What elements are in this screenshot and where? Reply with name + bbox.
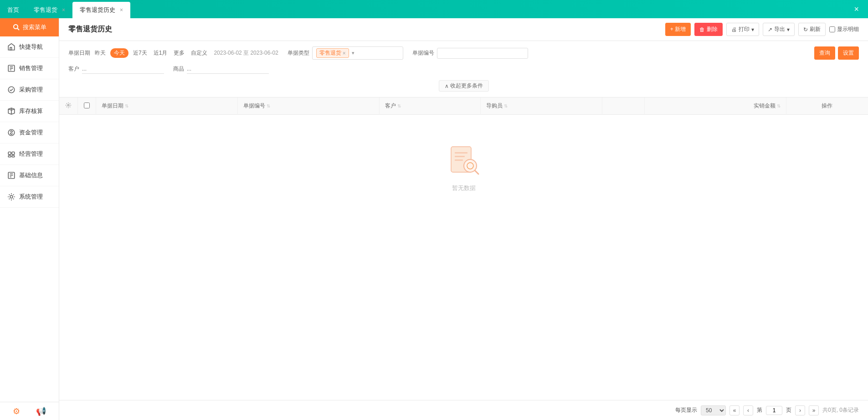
sidebar-bottom: ⚙ 📢 bbox=[0, 402, 59, 420]
sidebar-item-system-mgmt-label: 系统管理 bbox=[19, 193, 43, 201]
home-icon bbox=[7, 43, 15, 51]
page-header: 零售退货历史 + 新增 🗑 删除 🖨 打印 ▾ ↗ 导出 ▾ bbox=[59, 18, 868, 41]
date-btn-custom[interactable]: 自定义 bbox=[189, 48, 209, 58]
export-button[interactable]: ↗ 导出 ▾ bbox=[763, 23, 795, 36]
window-close-button[interactable]: × bbox=[854, 5, 868, 14]
table-body: 暂无数据 bbox=[59, 115, 868, 220]
main-layout: 搜索菜单 快捷导航 销售管理 bbox=[0, 18, 868, 420]
tab-bar: 首页 零售退货 × 零售退货历史 × bbox=[0, 0, 854, 18]
sidebar-item-basic-info[interactable]: 基础信息 bbox=[0, 165, 59, 186]
page-label: 第 bbox=[757, 406, 762, 414]
speaker-bottom-icon[interactable]: 📢 bbox=[36, 406, 46, 416]
settings-filter-button[interactable]: 设置 bbox=[838, 46, 859, 60]
th-customer[interactable]: 客户 ⇅ bbox=[379, 97, 480, 115]
th-spacer bbox=[602, 97, 644, 115]
prev-page-button[interactable]: ‹ bbox=[743, 405, 753, 415]
sidebar-item-finance-label: 资金管理 bbox=[19, 128, 43, 137]
system-mgmt-icon bbox=[7, 193, 15, 201]
tab-retail-return-history-close[interactable]: × bbox=[120, 7, 123, 13]
date-btn-more[interactable]: 更多 bbox=[172, 48, 186, 58]
tab-retail-return-history[interactable]: 零售退货历史 × bbox=[72, 2, 130, 18]
svg-rect-9 bbox=[8, 152, 11, 155]
goods-input[interactable] bbox=[187, 64, 269, 74]
date-btn-yesterday[interactable]: 昨天 bbox=[93, 48, 108, 58]
tab-home[interactable]: 首页 bbox=[0, 2, 26, 18]
delete-button[interactable]: 🗑 删除 bbox=[694, 23, 723, 36]
select-all-checkbox[interactable] bbox=[84, 102, 90, 108]
th-settings[interactable] bbox=[59, 97, 77, 115]
th-checkbox[interactable] bbox=[77, 97, 96, 115]
th-guide[interactable]: 导购员 ⇅ bbox=[481, 97, 602, 115]
print-button-label: 打印 bbox=[739, 26, 750, 33]
filter-row-1: 单据日期 昨天 今天 近7天 近1月 更多 自定义 2023-06-02 至 2… bbox=[68, 46, 859, 60]
next-page-button[interactable]: › bbox=[795, 405, 805, 415]
date-btn-1month[interactable]: 近1月 bbox=[152, 48, 169, 58]
svg-rect-12 bbox=[12, 155, 15, 157]
show-detail-checkbox-wrapper[interactable]: 显示明细 bbox=[829, 26, 859, 33]
bill-type-tag-remove[interactable]: × bbox=[343, 50, 346, 56]
th-customer-sort-icon: ⇅ bbox=[397, 103, 401, 108]
th-bill-date[interactable]: 单据日期 ⇅ bbox=[96, 97, 237, 115]
empty-illustration bbox=[446, 142, 482, 179]
svg-line-1 bbox=[17, 28, 19, 30]
sidebar-item-sales-mgmt[interactable]: 销售管理 bbox=[0, 58, 59, 79]
th-action: 操作 bbox=[786, 97, 868, 115]
date-btn-today[interactable]: 今天 bbox=[110, 48, 128, 58]
page-size-select[interactable]: 50 10 20 100 bbox=[701, 405, 726, 415]
th-guide-sort-icon: ⇅ bbox=[504, 103, 508, 108]
sidebar-item-quick-nav[interactable]: 快捷导航 bbox=[0, 36, 59, 58]
svg-rect-19 bbox=[455, 159, 463, 161]
new-button[interactable]: + 新增 bbox=[665, 23, 691, 36]
delete-button-label: 删除 bbox=[707, 26, 718, 33]
bill-type-select[interactable]: 零售退货 × ▾ bbox=[312, 46, 403, 60]
print-button[interactable]: 🖨 打印 ▾ bbox=[726, 23, 759, 36]
sidebar-item-operations[interactable]: 经营管理 bbox=[0, 143, 59, 165]
bill-type-chevron-icon: ▾ bbox=[352, 50, 354, 56]
operations-icon bbox=[7, 150, 15, 158]
next-page-icon: › bbox=[799, 407, 801, 414]
goods-label: 商品 bbox=[173, 65, 184, 73]
customer-label: 客户 bbox=[68, 65, 79, 73]
query-button[interactable]: 查询 bbox=[814, 46, 835, 60]
date-btn-7days[interactable]: 近7天 bbox=[131, 48, 149, 58]
table-header-row: 单据日期 ⇅ 单据编号 ⇅ 客户 bbox=[59, 97, 868, 115]
collapse-up-icon: ∧ bbox=[445, 83, 449, 89]
customer-input[interactable] bbox=[82, 64, 164, 74]
th-bill-no-sort-icon: ⇅ bbox=[267, 103, 270, 108]
sidebar-search[interactable]: 搜索菜单 bbox=[0, 18, 59, 36]
basic-info-icon bbox=[7, 171, 15, 179]
settings-bottom-icon[interactable]: ⚙ bbox=[13, 406, 20, 416]
current-page-input[interactable] bbox=[766, 406, 782, 415]
th-amount-sort-icon: ⇅ bbox=[777, 103, 781, 108]
show-detail-checkbox[interactable] bbox=[829, 26, 835, 32]
new-button-label: + 新增 bbox=[670, 26, 686, 33]
th-bill-no[interactable]: 单据编号 ⇅ bbox=[237, 97, 379, 115]
date-filter-label: 单据日期 bbox=[68, 49, 90, 57]
th-amount[interactable]: 实销金额 ⇅ bbox=[644, 97, 786, 115]
tab-retail-return-close[interactable]: × bbox=[62, 7, 65, 13]
svg-rect-2 bbox=[10, 47, 11, 50]
sidebar-item-system-mgmt[interactable]: 系统管理 bbox=[0, 186, 59, 208]
svg-rect-10 bbox=[12, 152, 15, 155]
sidebar-item-inventory-label: 库存核算 bbox=[19, 107, 43, 115]
sidebar-item-inventory[interactable]: 库存核算 bbox=[0, 101, 59, 122]
sidebar-item-purchase-mgmt[interactable]: 采购管理 bbox=[0, 79, 59, 101]
last-page-button[interactable]: » bbox=[809, 405, 819, 415]
refresh-button[interactable]: ↻ 刷新 bbox=[798, 23, 826, 36]
date-shortcuts: 昨天 今天 近7天 近1月 更多 自定义 bbox=[93, 48, 209, 58]
th-bill-date-label: 单据日期 bbox=[102, 102, 123, 110]
first-page-button[interactable]: « bbox=[729, 405, 740, 415]
purchase-icon bbox=[7, 86, 15, 94]
sidebar-item-finance[interactable]: 资金管理 bbox=[0, 122, 59, 143]
page-total: 共0页, 0条记录 bbox=[822, 406, 859, 414]
export-button-label: 导出 bbox=[774, 26, 785, 33]
bill-no-input[interactable] bbox=[437, 48, 528, 59]
collapse-button[interactable]: ∧ 收起更多条件 bbox=[439, 80, 489, 92]
show-detail-label: 显示明细 bbox=[837, 26, 859, 33]
th-guide-label: 导购员 bbox=[486, 102, 503, 110]
svg-point-14 bbox=[10, 195, 13, 198]
column-settings-icon bbox=[65, 102, 72, 108]
sidebar-item-operations-label: 经营管理 bbox=[19, 150, 43, 158]
empty-text: 暂无数据 bbox=[452, 184, 476, 192]
tab-retail-return[interactable]: 零售退货 × bbox=[26, 2, 72, 18]
